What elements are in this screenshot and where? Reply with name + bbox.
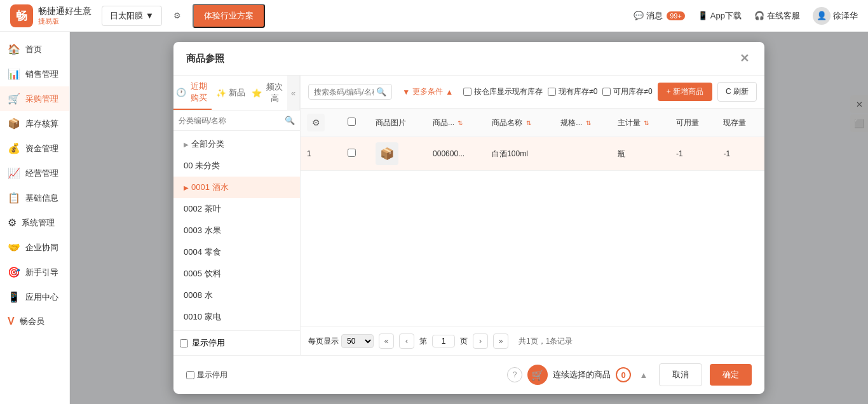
sidebar-item-management[interactable]: 📈 经营管理 [0,161,69,185]
help-icon[interactable]: ? [507,367,522,382]
avatar: 👤 [813,7,831,25]
main-layout: 🏠 首页 📊 销售管理 🛒 采购管理 📦 库存核算 💰 资金管理 📈 经营管理 … [0,32,868,404]
usable-stock-checkbox[interactable] [602,88,611,96]
sidebar-item-sales[interactable]: 📊 销售管理 [0,62,69,86]
sidebar-item-label: 新手引导 [25,267,58,278]
warehouse-filter-checkbox[interactable] [463,88,471,96]
sidebar-item-guide[interactable]: 🎯 新手引导 [0,260,69,285]
category-list: ▶ 全部分类 00 未分类 ▶ 0001 酒水 0002 茶 [173,131,300,330]
tab-new-products[interactable]: ✨ 新品 [212,76,250,110]
page-label: 第 [419,336,427,347]
warehouse-filter-area: 按仓库显示现有库存 [463,86,543,97]
sidebar-item-apps[interactable]: 📱 应用中心 [0,285,69,309]
dropdown-arrow-icon: ▼ [146,11,154,20]
top-nav: 畅 畅捷通好生意 捷易版 日太阳膜 ▼ ⚙ 体验行业方案 💬 消息 99+ 📱 … [0,0,868,32]
sidebar-item-purchase[interactable]: 🛒 采购管理 [0,86,69,111]
messages-badge: 99+ [667,11,685,20]
cancel-button[interactable]: 取消 [659,363,702,386]
th-stock: 现存量 [717,109,764,137]
more-filter-button[interactable]: ▼ 更多条件 ▲ [397,84,458,100]
filter-up-icon: ▲ [445,88,453,97]
show-disabled-checkbox[interactable] [180,339,188,347]
category-tea[interactable]: 0002 茶叶 [173,198,300,220]
usable-stock-label: 可用库存≠0 [613,86,652,97]
confirm-button[interactable]: 确定 [710,364,752,386]
th-code[interactable]: 商品... ⇅ [426,109,485,137]
sidebar-item-home[interactable]: 🏠 首页 [0,37,69,62]
footer-show-disabled-checkbox[interactable] [186,371,194,379]
next-page-button[interactable]: › [473,333,488,349]
phone-icon: 📱 [698,11,708,20]
tab-high-frequency[interactable]: ⭐ 频次高 [249,76,287,110]
th-name[interactable]: 商品名称 ⇅ [485,109,554,137]
collab-icon: 🤝 [8,241,20,253]
page-number-input[interactable] [432,335,455,347]
user-profile[interactable]: 👤 徐泽华 [813,7,858,25]
category-appliances[interactable]: 0010 家电 [173,306,300,328]
modal-left-tabs: 🕐 近期购买 ✨ 新品 ⭐ 频次高 « [173,76,300,111]
sidebar-item-label: 库存核算 [25,118,58,130]
page-size-select[interactable]: 10 20 50 100 [341,334,374,348]
page-total-label: 共1页，1条记录 [519,336,573,347]
refresh-button[interactable]: C 刷新 [717,82,757,102]
category-drinks[interactable]: 0005 饮料 [173,263,300,285]
collapse-cart-button[interactable]: ▲ [636,367,651,382]
sidebar-item-label: 基础信息 [25,192,58,204]
select-all-checkbox[interactable] [348,118,356,126]
online-service-button[interactable]: 🎧 在线客服 [754,10,800,22]
th-spec[interactable]: 规格... ⇅ [554,109,611,137]
add-product-button[interactable]: + 新增商品 [658,83,712,101]
category-unclassified[interactable]: 00 未分类 [173,155,300,177]
product-search-input[interactable] [314,88,374,97]
modal-overlay: 商品参照 ✕ 🕐 近期购买 ✨ [70,32,868,404]
category-search-input[interactable] [179,116,282,125]
collapse-left-button[interactable]: « [287,76,300,110]
app-download-button[interactable]: 📱 App下载 [698,10,742,22]
th-available: 可用量 [670,109,717,137]
td-spec [554,137,611,171]
last-page-button[interactable]: » [493,333,508,349]
filter-icon: ▼ [402,88,410,97]
sidebar-item-collab[interactable]: 🤝 企业协同 [0,235,69,260]
prev-page-button[interactable]: ‹ [399,333,414,349]
category-snacks[interactable]: 0004 零食 [173,241,300,263]
finance-icon: 💰 [8,142,20,154]
tab-recent-purchase[interactable]: 🕐 近期购买 [173,76,212,110]
purchase-icon: 🛒 [8,93,20,105]
modal-title: 商品参照 [186,53,224,65]
sidebar-item-member[interactable]: V 畅会员 [0,309,69,333]
messages-button[interactable]: 💬 消息 99+ [634,10,685,22]
usable-stock-filter-area: 可用库存≠0 [602,86,652,97]
sidebar-item-finance[interactable]: 💰 资金管理 [0,136,69,161]
star-icon: ✨ [216,88,226,98]
online-service-label: 在线客服 [767,10,800,22]
category-liquor[interactable]: ▶ 0001 酒水 [173,177,300,198]
modal-close-button[interactable]: ✕ [736,51,752,66]
category-all[interactable]: ▶ 全部分类 [173,133,300,155]
available-stock-filter-area: 现有库存≠0 [548,86,597,97]
gear-button[interactable]: ⚙ [167,6,187,26]
freq-icon: ⭐ [252,88,262,98]
category-water[interactable]: 0008 水 [173,285,300,306]
category-fruit[interactable]: 0003 水果 [173,220,300,241]
sidebar-item-label: 首页 [25,44,42,55]
th-unit[interactable]: 主计量 ⇅ [611,109,670,137]
modal-right-panel: 🔍 ▼ 更多条件 ▲ 按仓库显示现有库存 [301,76,764,355]
sidebar-item-system[interactable]: ⚙ 系统管理 [0,210,69,235]
table-row[interactable]: 1 📦 000600... 白酒100ml [301,137,764,171]
store-dropdown[interactable]: 日太阳膜 ▼ [102,6,162,26]
sidebar-item-basic-info[interactable]: 📋 基础信息 [0,185,69,210]
member-icon: V [8,316,15,327]
pagination-bar: 每页显示 10 20 50 100 « ‹ 第 [301,327,764,355]
cart-area: ? 🛒 连续选择的商品 0 ▲ [507,365,651,385]
experience-button[interactable]: 体验行业方案 [193,4,265,28]
modal-left-footer: 显示停用 [173,330,300,355]
cart-icon[interactable]: 🛒 [527,365,548,385]
first-page-button[interactable]: « [379,333,394,349]
th-checkbox [341,109,369,137]
table-settings-icon[interactable]: ⚙ [307,114,325,131]
sales-icon: 📊 [8,68,20,80]
sidebar-item-inventory[interactable]: 📦 库存核算 [0,111,69,136]
row-checkbox[interactable] [348,149,356,157]
available-stock-checkbox[interactable] [548,88,556,96]
